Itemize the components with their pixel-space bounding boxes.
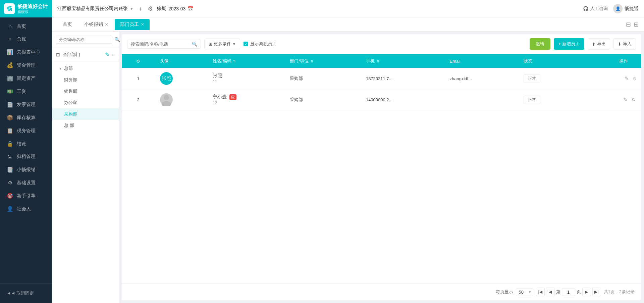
- tab-expense-close[interactable]: ×: [105, 22, 108, 27]
- tab-home-label: 首页: [63, 21, 72, 28]
- company-selector[interactable]: 江西服宝精品有限责任公司内账张 ▼: [57, 6, 133, 12]
- row-status: 正常: [518, 89, 580, 110]
- dept-item-headquarters[interactable]: ▼ 总部: [52, 63, 119, 74]
- svg-point-1: [162, 101, 171, 106]
- sidebar-item-label: 总账: [17, 36, 26, 42]
- calendar-icon[interactable]: 📅: [187, 6, 193, 11]
- dept-item-sales[interactable]: 销售部: [52, 86, 119, 97]
- tab-dept-employee[interactable]: 部门员工 ×: [115, 19, 149, 30]
- row-dept: 采购部: [284, 68, 361, 89]
- sidebar-nav: ⌂ 首页 ≡ 总账 📊 云报表中心 💰 资金管理 🏢 固定资产 💵 工资 📄 发…: [0, 17, 52, 283]
- search-icon[interactable]: 🔍: [192, 42, 197, 47]
- employee-table: ⚙ 头像 姓名/编码 ⇅ 部门/职位 ⇅ 手机 ⇅ Email: [122, 54, 641, 110]
- user-menu[interactable]: 👤 畅捷通: [613, 4, 639, 13]
- sidebar-item-label: 结账: [17, 141, 26, 147]
- page-prev-button[interactable]: ◀: [546, 288, 555, 296]
- content-area: 🔍 ⊞ 全部部门 ✎ « ▼ 总部 财务部 销售部: [52, 32, 644, 303]
- show-resigned-toggle[interactable]: ✓ 显示离职员工: [244, 41, 276, 47]
- company-name: 江西服宝精品有限责任公司内账张: [57, 6, 128, 12]
- col-dept-pos[interactable]: 部门/职位 ⇅: [284, 54, 361, 68]
- payroll-icon: 💵: [7, 88, 13, 95]
- page-last-button[interactable]: ▶|: [592, 288, 601, 296]
- employee-code: 11: [213, 80, 279, 84]
- sidebar-item-tax[interactable]: 📋 税务管理: [0, 124, 52, 137]
- col-phone[interactable]: 手机 ⇅: [361, 54, 444, 68]
- sidebar-item-ledger[interactable]: ≡ 总账: [0, 33, 52, 46]
- edit-icon[interactable]: ✎: [625, 75, 629, 82]
- filter-button[interactable]: ⊞ 更多条件 ▼: [204, 39, 240, 49]
- dept-item-label: 办公室: [64, 100, 77, 106]
- per-page-select[interactable]: 50 10 20 100: [516, 288, 533, 296]
- page-first-button[interactable]: |◀: [536, 288, 545, 296]
- cancel-fixed-label: ◄◄ 取消固定: [7, 290, 34, 296]
- tab-expense[interactable]: 小畅报销 ×: [79, 19, 113, 30]
- show-resigned-checkbox[interactable]: ✓: [244, 42, 248, 46]
- export-icon: ⬆: [592, 42, 596, 47]
- invite-label: 邀请: [536, 41, 544, 46]
- logout-icon[interactable]: ⎋: [633, 75, 636, 82]
- sidebar-item-assets[interactable]: 🏢 固定资产: [0, 72, 52, 85]
- add-company-button[interactable]: ＋: [138, 5, 144, 13]
- period-label: 账期: [157, 6, 166, 12]
- dept-item-general-hq[interactable]: 总 部: [52, 120, 119, 131]
- dept-search-input[interactable]: [56, 36, 112, 44]
- tabbar-right: ⊟ ⊞: [626, 21, 639, 28]
- sidebar-item-expense[interactable]: 📑 小畅报销: [0, 163, 52, 176]
- close-accounts-icon: 🔒: [7, 141, 13, 147]
- period-display: 账期 2023-03 📅: [157, 6, 193, 12]
- period-value: 2023-03: [168, 6, 185, 11]
- home-icon: ⌂: [7, 23, 13, 30]
- row-avatar: [155, 89, 207, 110]
- tab-expand-button[interactable]: ⊞: [634, 21, 639, 28]
- dept-edit-icon[interactable]: ✎: [105, 51, 109, 58]
- sidebar-item-close[interactable]: 🔒 结账: [0, 137, 52, 150]
- invite-button[interactable]: 邀请: [530, 38, 550, 50]
- employee-search-input[interactable]: [131, 42, 190, 47]
- dept-search-area: 🔍: [52, 32, 119, 48]
- sidebar-item-funds[interactable]: 💰 资金管理: [0, 59, 52, 72]
- service-button[interactable]: 🎧 人工咨询: [583, 6, 608, 12]
- row-status: 正常: [518, 68, 580, 89]
- ledger-icon: ≡: [7, 36, 13, 42]
- import-button[interactable]: ⬇ 导入: [613, 38, 636, 50]
- avatar: [160, 93, 173, 106]
- col-settings[interactable]: ⚙: [122, 54, 155, 68]
- dept-collapse-icon[interactable]: «: [112, 52, 115, 57]
- funds-icon: 💰: [7, 62, 13, 68]
- sidebar-item-home[interactable]: ⌂ 首页: [0, 20, 52, 33]
- sidebar-bottom: ◄◄ 取消固定: [0, 283, 52, 303]
- add-employee-button[interactable]: + 新增员工: [554, 38, 584, 50]
- sidebar-item-settings[interactable]: ⚙ 基础设置: [0, 176, 52, 189]
- expand-triangle-icon: ▼: [59, 67, 62, 70]
- dept-item-finance[interactable]: 财务部: [52, 74, 119, 86]
- sidebar-item-inventory[interactable]: 📦 库存核算: [0, 111, 52, 124]
- topbar: 江西服宝精品有限责任公司内账张 ▼ ＋ ⚙ 账期 2023-03 📅 🎧 人工咨…: [52, 0, 644, 17]
- col-name-code[interactable]: 姓名/编码 ⇅: [207, 54, 284, 68]
- sidebar-item-reports[interactable]: 📊 云报表中心: [0, 46, 52, 59]
- tab-dept-close[interactable]: ×: [141, 22, 144, 27]
- sidebar-item-archive[interactable]: 🗂 归档管理: [0, 150, 52, 163]
- tab-home[interactable]: 首页: [57, 19, 77, 30]
- archive-icon: 🗂: [7, 154, 13, 160]
- sidebar-item-payroll[interactable]: 💵 工资: [0, 85, 52, 98]
- sidebar-item-social[interactable]: 👤 社会人: [0, 202, 52, 215]
- company-settings-button[interactable]: ⚙: [148, 5, 153, 12]
- page-number-input[interactable]: [562, 288, 575, 296]
- page-next-button[interactable]: ▶: [582, 288, 591, 296]
- avatar: 👤: [613, 4, 623, 13]
- dept-item-office[interactable]: 办公室: [52, 97, 119, 108]
- dept-search-icon[interactable]: 🔍: [114, 37, 120, 42]
- cancel-fixed-button[interactable]: ◄◄ 取消固定: [0, 287, 52, 300]
- sidebar-item-label: 税务管理: [17, 128, 36, 134]
- sidebar-item-label: 首页: [17, 23, 26, 30]
- sidebar-item-label: 资金管理: [17, 62, 36, 68]
- edit-icon[interactable]: ✎: [623, 97, 628, 103]
- tab-minimize-button[interactable]: ⊟: [626, 21, 631, 28]
- dept-item-purchasing[interactable]: 采购部: [52, 108, 119, 120]
- sidebar-item-guide[interactable]: 🎯 新手引导: [0, 189, 52, 202]
- export-button[interactable]: ⬆ 导出: [588, 38, 610, 50]
- sidebar-item-label: 小畅报销: [17, 167, 36, 173]
- row-actions: ✎ ⎋: [580, 68, 641, 89]
- refresh-icon[interactable]: ↻: [632, 97, 636, 103]
- sidebar-item-invoice[interactable]: 📄 发票管理: [0, 98, 52, 111]
